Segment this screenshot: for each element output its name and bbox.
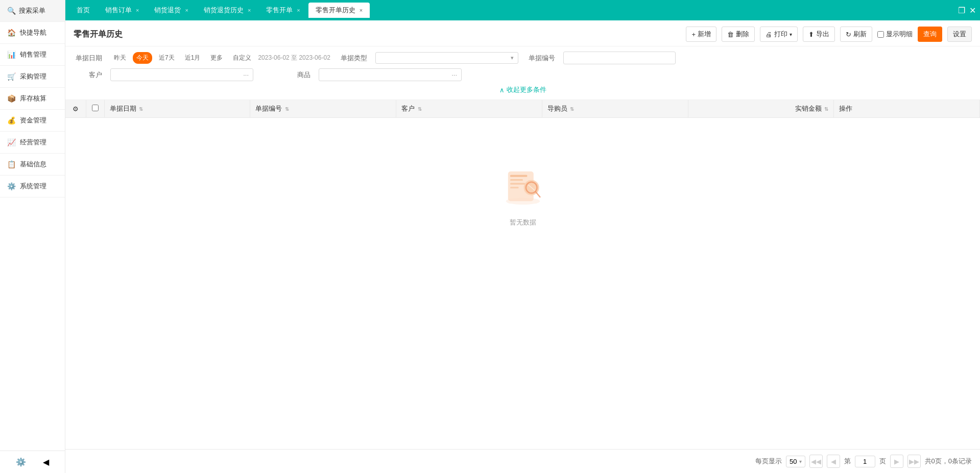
sort-date-icon[interactable]: ⇅ (139, 106, 143, 112)
date-label: 单据日期 (74, 54, 102, 63)
sidebar-item-basic-info[interactable]: 📋 基础信息 (0, 154, 65, 176)
delete-button[interactable]: 🗑 删除 (722, 27, 755, 42)
date-btn-more[interactable]: 更多 (207, 52, 226, 64)
date-btn-7days[interactable]: 近7天 (155, 52, 178, 64)
sidebar-item-quick-nav[interactable]: 🏠 快捷导航 (0, 22, 65, 44)
customer-input[interactable]: ··· (110, 68, 253, 81)
sidebar-settings-icon[interactable]: ⚙️ (16, 457, 26, 467)
goods-label: 商品 (282, 70, 310, 80)
export-label: 导出 (816, 30, 829, 39)
next-page-button[interactable]: ▶ (890, 455, 903, 468)
sidebar-item-finance[interactable]: 💰 资金管理 (0, 110, 65, 132)
export-button[interactable]: ⬆ 导出 (803, 27, 835, 42)
first-page-button[interactable]: ◀◀ (809, 455, 823, 468)
sidebar-search[interactable]: 🔍 搜索采单 (0, 0, 65, 22)
tab-retail-open-close[interactable]: × (297, 7, 300, 13)
display-detail-checkbox[interactable] (877, 31, 884, 38)
settings-label: 设置 (953, 30, 966, 39)
select-all-checkbox[interactable] (92, 105, 99, 111)
tab-sales-order[interactable]: 销售订单 × (98, 3, 146, 18)
page-label: 第 (844, 457, 851, 466)
svg-rect-4 (510, 183, 525, 185)
col-date-label: 单据日期 (110, 105, 136, 112)
table-settings-icon[interactable]: ⚙ (73, 105, 79, 113)
col-customer[interactable]: 客户 ⇅ (396, 100, 542, 118)
close-icon[interactable]: ✕ (969, 6, 976, 15)
sidebar-item-label: 快捷导航 (20, 28, 46, 37)
data-table: ⚙ 单据日期 ⇅ 单据编号 ⇅ (65, 100, 980, 118)
date-btn-custom[interactable]: 自定义 (229, 52, 255, 64)
operations-icon: 📈 (7, 138, 16, 146)
add-label: 新增 (698, 30, 711, 39)
delete-label: 删除 (736, 30, 749, 39)
query-button[interactable]: 查询 (918, 27, 942, 42)
sort-customer-icon[interactable]: ⇅ (418, 106, 422, 112)
sidebar-item-label: 资金管理 (20, 116, 46, 125)
sidebar-item-label: 系统管理 (20, 182, 46, 191)
add-icon: + (691, 31, 696, 38)
order-type-select[interactable]: ▾ (375, 52, 518, 64)
print-button[interactable]: 🖨 打印 ▾ (760, 27, 798, 42)
print-label: 打印 (774, 30, 787, 39)
sidebar-item-inventory[interactable]: 📦 库存核算 (0, 88, 65, 110)
sidebar-item-sales-mgmt[interactable]: 📊 销售管理 (0, 44, 65, 66)
restore-icon[interactable]: ❐ (958, 6, 965, 15)
tab-home[interactable]: 首页 (69, 3, 97, 18)
add-button[interactable]: + 新增 (686, 27, 716, 42)
sidebar-item-purchase-mgmt[interactable]: 🛒 采购管理 (0, 66, 65, 88)
col-amount[interactable]: 实销金额 ⇅ (688, 100, 834, 118)
col-checkbox[interactable] (86, 100, 104, 118)
table-wrapper: ⚙ 单据日期 ⇅ 单据编号 ⇅ (65, 100, 980, 449)
main-area: 首页 销售订单 × 销货退货 × 销货退货历史 × 零售开单 × 零售开单历史 … (65, 0, 980, 473)
refresh-label: 刷新 (853, 30, 867, 39)
tab-sales-return-close[interactable]: × (185, 7, 188, 13)
table-header-row: ⚙ 单据日期 ⇅ 单据编号 ⇅ (65, 100, 980, 118)
page-input[interactable] (855, 456, 875, 467)
customer-label: 客户 (74, 70, 102, 80)
empty-text: 暂无数据 (510, 218, 536, 227)
date-btn-yesterday[interactable]: 昨天 (110, 52, 130, 64)
customer-dots-icon[interactable]: ··· (243, 71, 249, 79)
tab-sales-return-history-close[interactable]: × (248, 7, 251, 13)
per-page-select[interactable]: 50 ▾ (786, 456, 805, 467)
col-no[interactable]: 单据编号 ⇅ (250, 100, 396, 118)
sidebar-item-system[interactable]: ⚙️ 系统管理 (0, 176, 65, 197)
first-page-icon: ◀◀ (811, 458, 821, 465)
sidebar-item-operations[interactable]: 📈 经营管理 (0, 132, 65, 154)
order-no-input[interactable] (563, 52, 676, 64)
col-date[interactable]: 单据日期 ⇅ (104, 100, 250, 118)
collapse-icon: ∧ (499, 86, 505, 94)
tab-bar: 首页 销售订单 × 销货退货 × 销货退货历史 × 零售开单 × 零售开单历史 … (65, 0, 980, 20)
collapse-row[interactable]: ∧ 收起更多条件 (74, 85, 972, 94)
tab-retail-open-history[interactable]: 零售开单历史 × (308, 3, 370, 18)
filter-row-1: 单据日期 昨天 今天 近7天 近1月 更多 自定义 2023-06-02 至 2… (74, 52, 972, 64)
tab-retail-open-history-close[interactable]: × (360, 7, 363, 13)
refresh-button[interactable]: ↻ 刷新 (840, 27, 872, 42)
sidebar-collapse-icon[interactable]: ◀ (43, 457, 49, 467)
col-guide[interactable]: 导购员 ⇅ (542, 100, 688, 118)
date-btn-today[interactable]: 今天 (133, 52, 152, 64)
tab-sales-return[interactable]: 销货退货 × (147, 3, 195, 18)
col-settings[interactable]: ⚙ (65, 100, 86, 118)
tab-sales-return-history[interactable]: 销货退货历史 × (197, 3, 258, 18)
tab-sales-order-close[interactable]: × (136, 7, 139, 13)
prev-page-button[interactable]: ◀ (827, 455, 840, 468)
refresh-icon: ↻ (846, 31, 851, 38)
col-action: 操作 (834, 100, 980, 118)
settings-button[interactable]: 设置 (947, 27, 972, 42)
tab-home-label: 首页 (77, 6, 90, 15)
tab-retail-open[interactable]: 零售开单 × (259, 3, 307, 18)
last-page-button[interactable]: ▶▶ (907, 455, 921, 468)
goods-input[interactable]: ··· (319, 68, 462, 81)
sort-amount-icon[interactable]: ⇅ (824, 106, 828, 112)
sort-guide-icon[interactable]: ⇅ (570, 106, 574, 112)
filter-date-group: 昨天 今天 近7天 近1月 更多 自定义 2023-06-02 至 2023-0… (110, 52, 330, 64)
sort-no-icon[interactable]: ⇅ (285, 106, 289, 112)
date-btn-1month[interactable]: 近1月 (181, 52, 204, 64)
export-icon: ⬆ (808, 31, 814, 38)
goods-dots-icon[interactable]: ··· (451, 71, 457, 79)
tab-sales-return-history-label: 销货退货历史 (204, 6, 244, 15)
next-page-icon: ▶ (894, 458, 899, 465)
svg-rect-5 (510, 187, 519, 188)
sidebar: 🔍 搜索采单 🏠 快捷导航 📊 销售管理 🛒 采购管理 📦 库存核算 💰 资金管… (0, 0, 65, 473)
